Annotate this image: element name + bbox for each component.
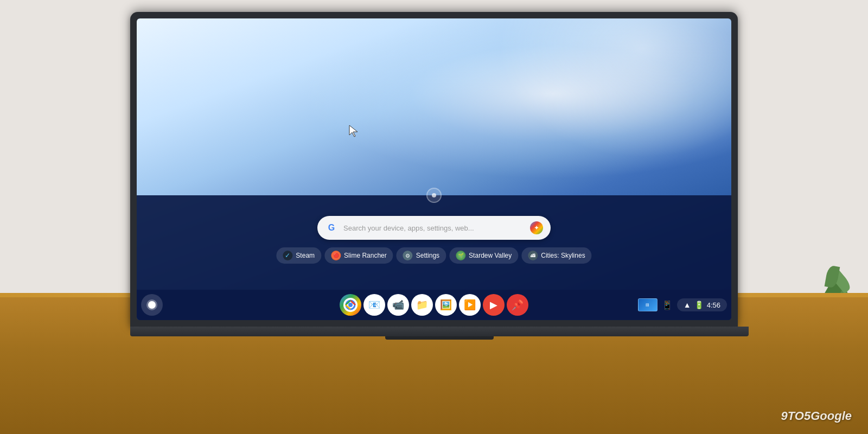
cities-skylines-app-label: Cities: Skylines xyxy=(541,252,585,259)
dock-gmail-icon[interactable]: 📧 xyxy=(363,294,385,316)
steam-app-icon: ✓ xyxy=(283,251,292,260)
taskbar-left xyxy=(141,294,163,316)
recent-app-steam[interactable]: ✓ Steam xyxy=(276,247,321,264)
recent-app-cities-skylines[interactable]: 🏙 Cities: Skylines xyxy=(521,247,591,264)
launcher-pill[interactable] xyxy=(424,186,444,205)
launcher-overlay: G Search your device, apps, settings, we… xyxy=(137,195,731,320)
svg-point-2 xyxy=(348,303,353,307)
settings-app-label: Settings xyxy=(416,252,439,259)
dock-play-icon[interactable]: ▶️ xyxy=(459,294,481,316)
app-thumbnail[interactable]: ▤ xyxy=(638,298,658,311)
dock-youtube-icon[interactable]: ▶ xyxy=(483,294,505,316)
recent-apps-row: ✓ Steam 🔴 Slime Rancher xyxy=(276,247,591,264)
wifi-icon: ▲ xyxy=(684,301,691,309)
device-icon: 📱 xyxy=(662,300,673,310)
search-bar[interactable]: G Search your device, apps, settings, we… xyxy=(317,216,551,240)
dock-photos-icon[interactable]: 🖼️ xyxy=(435,294,457,316)
dock-meet-icon[interactable]: 📹 xyxy=(387,294,409,316)
recent-app-slime-rancher[interactable]: 🔴 Slime Rancher xyxy=(324,247,393,264)
watermark: 9TO5Google xyxy=(781,409,852,423)
steam-app-label: Steam xyxy=(296,252,315,259)
scene: G Search your device, apps, settings, we… xyxy=(0,0,868,434)
laptop-base xyxy=(130,327,749,336)
dock-pinpoint-icon[interactable]: 📌 xyxy=(507,294,528,316)
taskbar-right: ▤ 📱 ▲ 🔋 4:56 xyxy=(638,298,727,311)
recent-app-stardew-valley[interactable]: 🌱 Stardew Valley xyxy=(449,247,518,264)
taskbar: 📧 📹 📁 🖼️ xyxy=(137,290,731,320)
slime-rancher-app-label: Slime Rancher xyxy=(344,252,387,259)
google-assistant-icon[interactable]: ✦ xyxy=(530,221,543,234)
dock-files-icon[interactable]: 📁 xyxy=(411,294,433,316)
laptop-bezel: G Search your device, apps, settings, we… xyxy=(130,12,738,327)
stardew-valley-app-label: Stardew Valley xyxy=(469,252,512,259)
search-placeholder: Search your device, apps, settings, web.… xyxy=(343,224,525,232)
google-g-logo: G xyxy=(325,221,338,234)
system-time: 4:56 xyxy=(707,301,720,309)
dock-chrome-icon[interactable] xyxy=(340,294,361,316)
system-tray[interactable]: ▲ 🔋 4:56 xyxy=(677,298,727,311)
taskbar-center: 📧 📹 📁 🖼️ xyxy=(340,294,528,316)
battery-icon: 🔋 xyxy=(694,301,704,309)
launcher-button[interactable] xyxy=(141,294,163,316)
settings-app-icon: ⚙ xyxy=(403,251,413,260)
recent-app-settings[interactable]: ⚙ Settings xyxy=(397,247,446,264)
stardew-valley-app-icon: 🌱 xyxy=(456,251,465,260)
chromeos-screen: G Search your device, apps, settings, we… xyxy=(137,18,731,320)
slime-rancher-app-icon: 🔴 xyxy=(331,251,341,260)
search-bar-container: G Search your device, apps, settings, we… xyxy=(317,216,551,240)
cities-skylines-app-icon: 🏙 xyxy=(528,251,538,260)
laptop: G Search your device, apps, settings, we… xyxy=(130,12,738,336)
launcher-dot xyxy=(148,301,156,309)
